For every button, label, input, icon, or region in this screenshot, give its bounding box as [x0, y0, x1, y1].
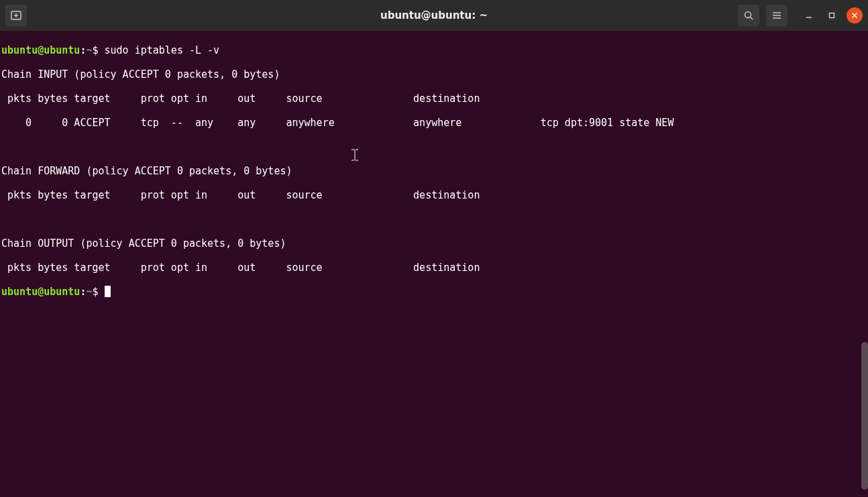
titlebar-left — [5, 5, 27, 26]
terminal-line: ubuntu@ubuntu:~$ sudo iptables -L -v — [1, 44, 867, 56]
terminal-output-line: 0 0 ACCEPT tcp -- any any anywhere anywh… — [1, 117, 867, 129]
new-tab-button[interactable] — [5, 5, 27, 26]
vertical-scrollbar[interactable] — [861, 342, 868, 490]
maximize-button[interactable] — [824, 7, 840, 23]
terminal-line: ubuntu@ubuntu:~$ — [1, 286, 867, 298]
search-button[interactable] — [738, 5, 759, 26]
svg-rect-9 — [830, 13, 834, 18]
terminal-output-line — [1, 213, 867, 225]
terminal-output-line: pkts bytes target prot opt in out source… — [1, 93, 867, 105]
close-icon — [851, 12, 858, 19]
prompt-user: ubuntu@ubuntu — [1, 44, 80, 56]
minimize-button[interactable] — [801, 7, 817, 23]
terminal-output-line: Chain OUTPUT (policy ACCEPT 0 packets, 0… — [1, 237, 867, 250]
terminal-output-line: pkts bytes target prot opt in out source… — [1, 262, 867, 274]
prompt-dollar: $ — [92, 286, 104, 298]
svg-line-4 — [751, 17, 753, 20]
close-button[interactable] — [847, 7, 863, 23]
menu-button[interactable] — [766, 5, 788, 26]
maximize-icon — [828, 11, 836, 19]
command-text: sudo iptables -L -v — [105, 44, 220, 56]
titlebar: ubuntu@ubuntu: ~ — [0, 0, 868, 31]
minimize-icon — [805, 11, 813, 19]
new-tab-icon — [10, 9, 22, 21]
terminal-output-line — [1, 141, 867, 153]
terminal-cursor — [105, 286, 111, 297]
terminal-output-line: Chain INPUT (policy ACCEPT 0 packets, 0 … — [1, 68, 867, 80]
svg-point-3 — [745, 12, 751, 18]
terminal-output-line: Chain FORWARD (policy ACCEPT 0 packets, … — [1, 165, 867, 177]
window-title: ubuntu@ubuntu: ~ — [380, 9, 488, 21]
prompt-dollar: $ — [92, 44, 104, 56]
hamburger-icon — [771, 10, 782, 21]
terminal-output-line: pkts bytes target prot opt in out source… — [1, 189, 867, 201]
titlebar-right — [738, 5, 863, 26]
terminal-body[interactable]: ubuntu@ubuntu:~$ sudo iptables -L -v Cha… — [0, 31, 868, 311]
prompt-user: ubuntu@ubuntu — [1, 286, 80, 298]
search-icon — [743, 10, 754, 21]
